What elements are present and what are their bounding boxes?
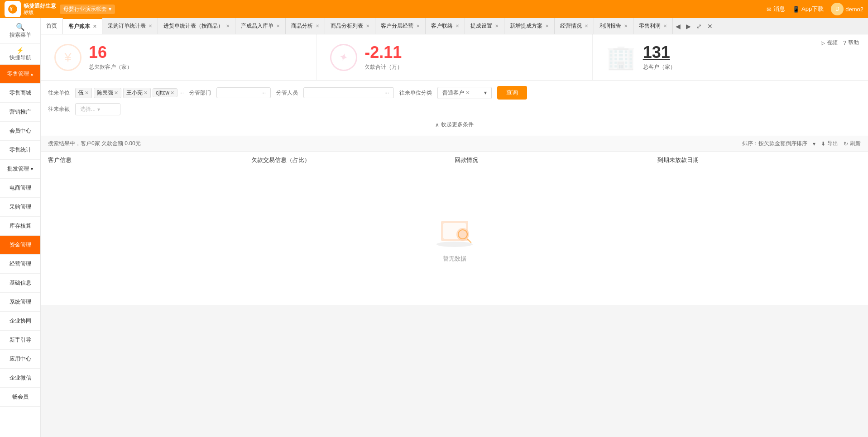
tab-nav-left[interactable]: ◀ [673,23,683,30]
sidebar-item-app-center[interactable]: 应用中心 [0,350,40,369]
filter-tag-unit-2-remove[interactable]: ✕ [144,90,148,96]
sidebar-item-newbie[interactable]: 新手引导 [0,331,40,350]
filter-tag-unit-0: 伍 ✕ [75,88,92,98]
export-button[interactable]: ⬇ 导出 [821,140,838,147]
filter-more-button[interactable]: ··· [179,90,184,96]
sidebar: 🔍 搜索菜单 ⚡ 快捷导航 零售管理 ▴ 零售商城 营销推广 会员中心 零售统计 [0,18,41,437]
sidebar-item-marketing[interactable]: 营销推广 [0,103,40,122]
table-col-customer: 客户信息 [48,156,251,164]
sidebar-sys-mgmt-label: 系统管理 [10,298,31,306]
filter-person-dropdown[interactable]: ··· [303,87,394,98]
tab-profit-close[interactable]: ✕ [624,24,628,28]
sidebar-item-search[interactable]: 🔍 搜索菜单 [0,18,40,44]
chevron-down-icon: ▴ [31,71,33,76]
sidebar-item-member[interactable]: 会员中心 [0,122,40,141]
sidebar-item-retail-mall[interactable]: 零售商城 [0,84,40,103]
video-label: 视频 [827,39,838,47]
tab-product-analysis-label: 商品分析 [291,22,313,30]
tab-customer-ledger-close[interactable]: ✕ [93,24,96,29]
tab-operations[interactable]: 经营情况 ✕ [555,18,594,34]
tab-add-commission-close[interactable]: ✕ [545,24,549,28]
filter-row-1: 往来单位 伍 ✕ 陈民强 ✕ 王小亮 [48,86,861,100]
tab-ops-close[interactable]: ✕ [585,24,588,28]
sidebar-item-quicknav[interactable]: ⚡ 快捷导航 [0,44,40,65]
stat-help-area: ▷ 视频 ? 帮助 [821,39,859,47]
chevron-down-icon: ▾ [484,90,487,96]
tab-customer-layer[interactable]: 客户分层经营 ✕ [375,18,426,34]
user-area[interactable]: D demo2 [831,3,863,15]
message-button[interactable]: ✉ 消息 [767,5,785,13]
help-button[interactable]: ? 帮助 [843,39,859,47]
tab-home[interactable]: 首页 [41,18,63,34]
filter-dept-dropdown[interactable]: ··· [216,87,271,98]
tab-inbound-close[interactable]: ✕ [226,24,230,28]
filter-tag-unit-1-remove[interactable]: ✕ [114,90,118,96]
app-download-button[interactable]: 📱 App下载 [792,5,824,13]
tab-retail-profit-label: 零售利润 [639,22,661,30]
tab-production-close[interactable]: ✕ [276,24,280,28]
app-name: 畅捷通好生意 [24,3,56,9]
tab-contact-close[interactable]: ✕ [456,24,459,28]
sidebar-item-retail-mgmt[interactable]: 零售管理 ▴ [0,65,40,84]
sidebar-item-inventory[interactable]: 库存核算 [0,217,40,236]
query-button[interactable]: 查询 [497,86,527,100]
sidebar-item-sys-mgmt[interactable]: 系统管理 [0,293,40,312]
tab-customer-ledger-label: 客户账本 [68,23,90,30]
account-selector[interactable]: 母婴行业演示帐套 ▾ [60,5,115,14]
tab-production-inbound[interactable]: 产成品入库单 ✕ [235,18,286,34]
table-col-overdue: 到期未放款日期 [657,156,861,164]
refresh-button[interactable]: ↻ 刷新 [844,140,861,147]
filter-row-2: 往来余额 选择... ▾ [48,103,861,115]
stat-text-total: 131 总客户（家） [643,43,676,71]
tab-add-commission[interactable]: 新增提成方案 ✕ [504,18,555,34]
filter-label-dept: 分管部门 [189,89,211,97]
tab-product-list-close[interactable]: ✕ [366,24,369,28]
filter-balance-input[interactable]: 选择... ▾ [75,103,120,115]
filter-tag-unit-3-remove[interactable]: ✕ [170,90,174,96]
tab-retail-profit-close[interactable]: ✕ [663,24,667,28]
tab-retail-profit[interactable]: 零售利润 ✕ [633,18,673,34]
tab-product-analysis[interactable]: 商品分析 ✕ [286,18,325,34]
filter-tag-unit-2: 王小亮 ✕ [123,88,151,98]
page-content: ¥ 16 总欠款客户（家） ✦ -2.11 欠款合计（万） [41,34,868,437]
sidebar-item-purchase[interactable]: 采购管理 [0,198,40,217]
sidebar-item-retail-stats[interactable]: 零售统计 [0,141,40,160]
video-help-button[interactable]: ▷ 视频 [821,39,838,47]
collapse-button[interactable]: ∧ 收起更多条件 [430,119,479,130]
tab-nav-right[interactable]: ▶ [683,23,694,30]
sidebar-item-enterprise[interactable]: 企业协同 [0,312,40,331]
tab-nav-close-all[interactable]: ✕ [705,23,715,30]
stat-text-customers: 16 总欠款客户（家） [89,43,132,71]
logo-area: ¥ 畅捷通好生意 标版 [5,1,56,17]
tab-inbound-stats[interactable]: 进货单统计表（按商品） ✕ [158,18,235,34]
table-wrap: 客户信息 欠款交易信息（占比） 回款情况 到期未放款日期 [41,152,868,305]
tab-purchase-order-stats[interactable]: 采购订单统计表 ✕ [102,18,158,34]
sidebar-quicknav-label: 快捷导航 [4,54,37,62]
tab-customer-layer-close[interactable]: ✕ [416,24,420,28]
filter-category-dropdown[interactable]: 普通客户 ✕ ▾ [437,87,492,99]
sidebar-item-vip[interactable]: 畅会员 [0,388,40,407]
tab-product-analysis-close[interactable]: ✕ [316,24,319,28]
tab-commission-settings-label: 提成设置 [470,22,492,30]
filter-person-more-icon: ··· [384,90,389,96]
stat-label-debt: 欠款合计（万） [364,63,403,71]
tab-commission-settings[interactable]: 提成设置 ✕ [465,18,504,34]
sidebar-item-wholesale-mgmt[interactable]: 批发管理 ▾ [0,160,40,179]
sidebar-item-wechat[interactable]: 企业微信 [0,369,40,388]
stat-text-debt: -2.11 欠款合计（万） [364,43,403,71]
tab-commission-close[interactable]: ✕ [495,24,499,28]
tab-product-analysis-list[interactable]: 商品分析列表 ✕ [325,18,375,34]
tab-customer-ledger[interactable]: 客户账本 ✕ [63,18,102,34]
tab-profit-report[interactable]: 利润报告 ✕ [594,18,633,34]
svg-point-2 [436,242,473,247]
filter-tag-unit-0-remove[interactable]: ✕ [85,90,89,96]
stat-block-total: 🏢 131 总客户（家） ▷ 视频 ? [592,34,868,80]
tab-purchase-close[interactable]: ✕ [149,24,152,28]
sidebar-item-finance[interactable]: 资金管理 [0,236,40,255]
sidebar-item-ecommerce[interactable]: 电商管理 [0,179,40,198]
content-area: 首页 客户账本 ✕ 采购订单统计表 ✕ 进货单统计表（按商品） ✕ 产成品入库单… [41,18,868,437]
tab-nav-maximize[interactable]: ⤢ [694,23,705,30]
sidebar-item-base-info[interactable]: 基础信息 [0,274,40,293]
sidebar-item-ops[interactable]: 经营管理 [0,255,40,274]
tab-customer-contact[interactable]: 客户联络 ✕ [426,18,465,34]
